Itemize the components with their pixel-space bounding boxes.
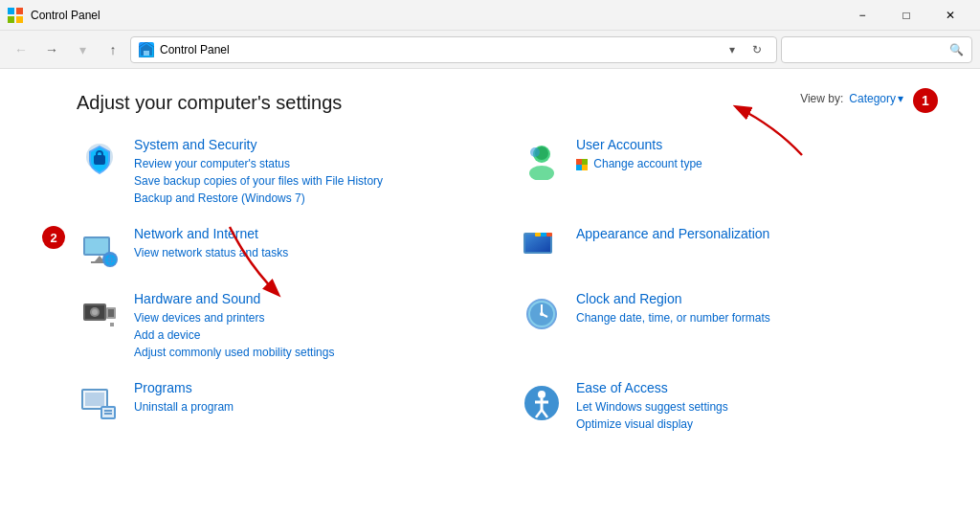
hardware-sound-link-1[interactable]: View devices and printers	[134, 309, 461, 326]
user-accounts-content: User Accounts Change account type	[576, 137, 903, 172]
network-internet-title[interactable]: Network and Internet	[134, 226, 461, 241]
maximize-button[interactable]: □	[884, 0, 928, 31]
svg-rect-21	[85, 238, 108, 254]
system-security-title[interactable]: System and Security	[134, 137, 461, 152]
svg-rect-29	[535, 233, 541, 236]
minimize-button[interactable]: −	[840, 0, 884, 31]
clock-region-content: Clock and Region Change date, time, or n…	[576, 291, 903, 326]
hardware-sound-title[interactable]: Hardware and Sound	[134, 291, 461, 306]
title-bar: Control Panel − □ ✕	[0, 0, 980, 31]
network-internet-link-1[interactable]: View network status and tasks	[134, 244, 461, 261]
view-by-section: View by: Category ▾ 1	[800, 92, 903, 105]
view-by-arrow-icon: ▾	[898, 92, 903, 105]
forward-button[interactable]: →	[38, 36, 65, 63]
recent-button[interactable]: ▾	[69, 36, 96, 63]
appearance-icon	[519, 226, 565, 272]
svg-rect-19	[582, 165, 588, 170]
system-security-icon	[77, 137, 122, 183]
ease-access-title[interactable]: Ease of Access	[576, 380, 903, 395]
programs-content: Programs Uninstall a program	[134, 380, 461, 416]
user-accounts-icon	[519, 137, 565, 183]
address-icon	[139, 42, 154, 57]
search-input[interactable]	[790, 43, 946, 56]
svg-rect-18	[576, 165, 582, 170]
system-security-link-3[interactable]: Backup and Restore (Windows 7)	[134, 190, 461, 207]
svg-rect-3	[16, 16, 23, 23]
clock-region-title[interactable]: Clock and Region	[576, 291, 903, 306]
search-icon: 🔍	[949, 43, 964, 56]
svg-rect-17	[582, 159, 588, 165]
categories-grid: System and Security Review your computer…	[77, 137, 903, 433]
appearance-content: Appearance and Personalization	[576, 226, 903, 244]
svg-rect-31	[546, 233, 552, 236]
network-internet-content: Network and Internet View network status…	[134, 226, 461, 261]
hardware-sound-link-3[interactable]: Adjust commonly used mobility settings	[134, 344, 461, 361]
svg-rect-2	[8, 16, 14, 23]
category-ease-access: Ease of Access Let Windows suggest setti…	[519, 380, 903, 433]
window-title: Control Panel	[31, 9, 833, 22]
system-security-content: System and Security Review your computer…	[134, 137, 461, 207]
ease-access-icon	[519, 380, 565, 426]
category-programs: Programs Uninstall a program	[77, 380, 461, 433]
svg-text:🌐: 🌐	[104, 254, 117, 266]
svg-point-14	[529, 166, 554, 180]
svg-rect-38	[110, 323, 114, 326]
search-bar[interactable]: 🔍	[781, 36, 972, 63]
programs-title[interactable]: Programs	[134, 380, 461, 395]
user-accounts-title[interactable]: User Accounts	[576, 137, 903, 152]
user-accounts-link-1[interactable]: Change account type	[576, 155, 903, 172]
category-clock-region: Clock and Region Change date, time, or n…	[519, 291, 903, 361]
address-dropdown-button[interactable]: ▾	[721, 38, 744, 61]
svg-rect-28	[525, 235, 550, 252]
svg-rect-49	[102, 408, 114, 417]
svg-rect-1	[16, 8, 23, 14]
control-panel-icon	[8, 8, 23, 23]
close-button[interactable]: ✕	[928, 0, 972, 31]
address-actions: ▾ ↻	[721, 38, 768, 61]
network-internet-icon: 🌐	[77, 226, 122, 272]
svg-point-35	[92, 309, 98, 315]
clock-region-icon	[519, 291, 565, 337]
hardware-sound-icon	[77, 291, 122, 337]
category-hardware-sound: Hardware and Sound View devices and prin…	[77, 291, 461, 361]
category-user-accounts: User Accounts Change account type	[519, 137, 903, 207]
annotation-badge-2: 2	[42, 226, 65, 249]
system-security-link-2[interactable]: Save backup copies of your files with Fi…	[134, 172, 461, 190]
svg-rect-30	[541, 233, 546, 236]
category-network-internet: 2 🌐 Network and Internet View network st…	[77, 226, 461, 272]
category-system-security: System and Security Review your computer…	[77, 137, 461, 207]
svg-rect-7	[144, 51, 149, 56]
svg-point-15	[530, 147, 540, 157]
address-bar[interactable]: Control Panel ▾ ↻	[130, 36, 777, 63]
clock-region-link-1[interactable]: Change date, time, or number formats	[576, 309, 903, 326]
view-by-dropdown[interactable]: Category ▾	[849, 92, 903, 105]
ease-access-content: Ease of Access Let Windows suggest setti…	[576, 380, 903, 433]
ease-access-link-1[interactable]: Let Windows suggest settings	[576, 398, 903, 416]
back-button[interactable]: ←	[8, 36, 34, 63]
svg-point-44	[540, 312, 544, 316]
hardware-sound-content: Hardware and Sound View devices and prin…	[134, 291, 461, 361]
up-button[interactable]: ↑	[100, 36, 126, 63]
hardware-sound-link-2[interactable]: Add a device	[134, 326, 461, 344]
ease-access-link-2[interactable]: Optimize visual display	[576, 416, 903, 433]
svg-rect-47	[85, 393, 104, 406]
appearance-title[interactable]: Appearance and Personalization	[576, 226, 903, 241]
main-content: Adjust your computer's settings View by:…	[0, 69, 980, 517]
svg-rect-16	[576, 159, 582, 165]
address-text: Control Panel	[160, 43, 715, 56]
window-controls: − □ ✕	[840, 0, 972, 31]
page-title: Adjust your computer's settings	[77, 92, 342, 114]
view-by-value-text: Category	[849, 92, 896, 105]
view-by-label: View by:	[800, 92, 843, 105]
svg-point-53	[538, 391, 546, 398]
svg-rect-37	[108, 309, 114, 317]
programs-icon	[77, 380, 122, 426]
nav-bar: ← → ▾ ↑ Control Panel ▾ ↻ 🔍	[0, 31, 980, 69]
programs-link-1[interactable]: Uninstall a program	[134, 398, 461, 416]
system-security-link-1[interactable]: Review your computer's status	[134, 155, 461, 172]
refresh-button[interactable]: ↻	[746, 38, 768, 61]
page-header: Adjust your computer's settings View by:…	[77, 92, 903, 114]
svg-rect-0	[8, 8, 14, 14]
annotation-badge-1: 1	[913, 88, 938, 113]
category-appearance: Appearance and Personalization	[519, 226, 903, 272]
